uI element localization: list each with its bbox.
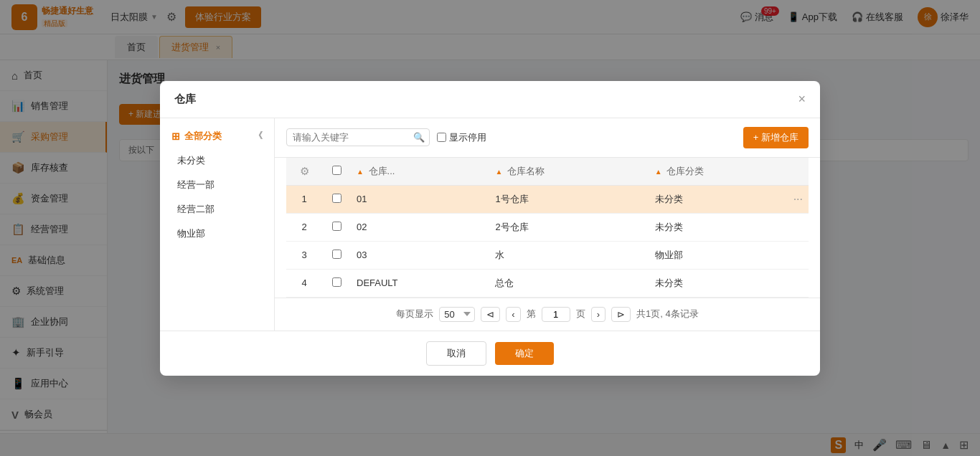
first-page-btn[interactable]: ⊲ — [481, 307, 500, 322]
total-info: 共1页, 4条记录 — [636, 308, 699, 320]
warehouse-table: ⚙ ▲ 仓库... ▲ — [286, 158, 809, 298]
row-more-icon[interactable]: ··· — [793, 193, 803, 206]
search-magnifier-icon: 🔍 — [413, 132, 425, 143]
row-check[interactable] — [322, 241, 351, 269]
row-num: 3 — [286, 241, 322, 269]
col-header-category: ▲ 仓库分类 — [649, 158, 809, 186]
add-warehouse-btn[interactable]: + 新增仓库 — [743, 127, 809, 148]
row-num: 1 — [286, 185, 322, 213]
row-name: 总仓 — [489, 269, 649, 297]
pagination: 每页显示 10 20 50 100 ⊲ ‹ 第 页 › ⊳ 共1页, 4条记录 — [275, 298, 820, 331]
modal-close-btn[interactable]: × — [798, 92, 806, 105]
right-panel: 🔍 显示停用 + 新增仓库 ⚙ — [275, 118, 820, 331]
row-check[interactable] — [322, 213, 351, 241]
page-unit-label: 页 — [576, 308, 585, 320]
col-header-check — [322, 158, 351, 186]
modal-overlay: 仓库 × ⊞ 全部分类 《 未分类 经营一部 经营二部 — [0, 0, 980, 456]
all-categories-label: 全部分类 — [184, 130, 222, 143]
cat-operation2[interactable]: 经营二部 — [160, 197, 274, 222]
select-all-checkbox[interactable] — [332, 166, 341, 175]
row-check[interactable] — [322, 269, 351, 297]
warehouse-modal: 仓库 × ⊞ 全部分类 《 未分类 经营一部 经营二部 — [160, 81, 820, 376]
row-name: 2号仓库 — [489, 213, 649, 241]
show-disabled-toggle[interactable]: 显示停用 — [437, 131, 486, 144]
table-header-row: ⚙ ▲ 仓库... ▲ — [286, 158, 809, 186]
sort-name-icon: ▲ — [495, 168, 502, 176]
next-page-btn[interactable]: › — [591, 307, 606, 322]
col-header-name: ▲ 仓库名称 — [489, 158, 649, 186]
show-disabled-checkbox[interactable] — [437, 133, 446, 142]
row-code: DEFAULT — [351, 269, 489, 297]
all-categories-btn[interactable]: ⊞ 全部分类 《 — [160, 124, 274, 148]
modal-footer: 取消 确定 — [160, 331, 820, 376]
col-header-code: ▲ 仓库... — [351, 158, 489, 186]
modal-body: ⊞ 全部分类 《 未分类 经营一部 经营二部 物业部 — [160, 118, 820, 331]
cancel-btn[interactable]: 取消 — [426, 341, 486, 366]
warehouse-search-input[interactable] — [293, 132, 413, 143]
row-code: 02 — [351, 213, 489, 241]
sort-code-icon: ▲ — [357, 168, 364, 176]
cat-unclassified[interactable]: 未分类 — [160, 148, 274, 173]
col-header-settings: ⚙ — [286, 158, 322, 186]
modal-header: 仓库 × — [160, 81, 820, 118]
cat-operation1[interactable]: 经营一部 — [160, 173, 274, 197]
row-num: 2 — [286, 213, 322, 241]
row-code: 03 — [351, 241, 489, 269]
table-row[interactable]: 2 02 2号仓库 未分类 — [286, 213, 809, 241]
row-name: 水 — [489, 241, 649, 269]
row-num: 4 — [286, 269, 322, 297]
table-gear-icon[interactable]: ⚙ — [300, 165, 309, 177]
row-category: 物业部 — [649, 241, 809, 269]
last-page-btn[interactable]: ⊳ — [611, 307, 631, 322]
row-category: 未分类 ··· — [649, 186, 809, 213]
prev-page-btn[interactable]: ‹ — [506, 307, 520, 322]
collapse-panel-icon[interactable]: 《 — [254, 130, 263, 142]
row-code: 01 — [351, 185, 489, 213]
row-check[interactable] — [322, 185, 351, 213]
per-page-label: 每页显示 — [396, 308, 433, 320]
page-number-input[interactable] — [542, 307, 570, 322]
warehouse-search-box: 🔍 — [286, 128, 430, 146]
row-name: 1号仓库 — [489, 185, 649, 213]
modal-title: 仓库 — [174, 92, 196, 106]
row-category: 未分类 — [649, 213, 809, 241]
warehouse-table-wrap: ⚙ ▲ 仓库... ▲ — [275, 158, 820, 298]
row-category: 未分类 — [649, 269, 809, 297]
goto-label: 第 — [527, 308, 536, 320]
category-panel: ⊞ 全部分类 《 未分类 经营一部 经营二部 物业部 — [160, 118, 275, 331]
table-row[interactable]: 3 03 水 物业部 — [286, 241, 809, 269]
confirm-btn[interactable]: 确定 — [495, 342, 554, 365]
table-row[interactable]: 1 01 1号仓库 未分类 ··· — [286, 185, 809, 213]
right-toolbar: 🔍 显示停用 + 新增仓库 — [275, 118, 820, 158]
grid-icon: ⊞ — [171, 130, 180, 142]
table-row[interactable]: 4 DEFAULT 总仓 未分类 — [286, 269, 809, 297]
sort-cat-icon: ▲ — [655, 168, 662, 176]
cat-property[interactable]: 物业部 — [160, 222, 274, 246]
page-size-select[interactable]: 10 20 50 100 — [439, 307, 475, 322]
